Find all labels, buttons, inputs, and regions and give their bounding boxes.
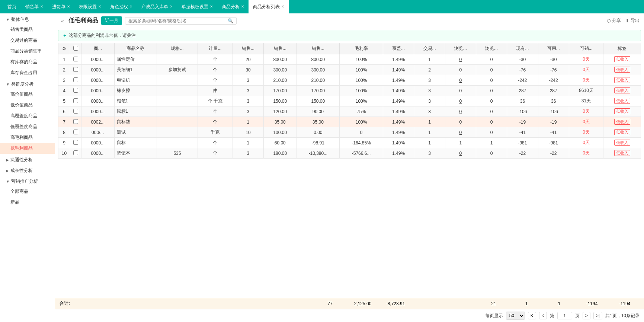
row-browse1[interactable]: 0 xyxy=(445,106,476,117)
table-row: 3 0000... 电话机 个 3 210.00 210.00 100% 1.4… xyxy=(58,75,641,86)
row-spec xyxy=(157,96,198,106)
row-checkbox-cell[interactable] xyxy=(70,65,81,75)
row-checkbox[interactable] xyxy=(73,109,78,114)
sidebar-section-marketing[interactable]: ▼ 营销推广分析 xyxy=(0,175,55,186)
nav-template-settings[interactable]: 单据模板设置 ✕ xyxy=(177,0,217,13)
per-page-select[interactable]: 50 100 200 xyxy=(506,312,525,320)
row-stock1: -106 xyxy=(507,106,538,117)
nav-role-auth[interactable]: 角色授权 ✕ xyxy=(106,0,137,13)
prev-page-button[interactable]: < xyxy=(539,312,547,319)
col-checkbox[interactable] xyxy=(70,43,81,54)
close-icon[interactable]: ✕ xyxy=(40,0,43,13)
search-input[interactable] xyxy=(128,18,228,23)
row-checkbox-cell[interactable] xyxy=(70,106,81,117)
row-browse1[interactable]: 0 xyxy=(445,148,476,159)
row-checkbox[interactable] xyxy=(73,130,78,134)
row-coverage: 1.49% xyxy=(383,127,414,138)
search-icon[interactable]: 🔍 xyxy=(228,18,233,23)
close-icon[interactable]: ✕ xyxy=(281,0,284,13)
row-stock1: -981 xyxy=(507,138,538,148)
row-browse1[interactable]: 0 xyxy=(445,86,476,96)
row-trade: 1 xyxy=(414,117,445,127)
page-number-input[interactable] xyxy=(557,312,572,319)
row-browse1[interactable]: 0 xyxy=(445,117,476,127)
row-sales3: 0.00 xyxy=(297,127,340,138)
filter-recent-month-button[interactable]: 近一月 xyxy=(101,16,122,25)
row-checkbox[interactable] xyxy=(73,57,78,61)
close-icon[interactable]: ✕ xyxy=(241,0,244,13)
row-checkbox[interactable] xyxy=(73,77,78,82)
next-page-button[interactable]: > xyxy=(583,312,590,319)
row-checkbox-cell[interactable] xyxy=(70,148,81,159)
row-checkbox[interactable] xyxy=(73,88,78,93)
sidebar-item-high-value[interactable]: 高价值商品 xyxy=(0,89,55,100)
sidebar-item-all-goods[interactable]: 全部商品 xyxy=(0,186,55,197)
row-checkbox-cell[interactable] xyxy=(70,117,81,127)
sidebar-item-stock-capital[interactable]: 库存资金占用 xyxy=(0,67,55,78)
sidebar-item-new-goods[interactable]: 新品 xyxy=(0,197,55,208)
footer-browse1-total: 1 xyxy=(512,301,541,306)
close-icon[interactable]: ✕ xyxy=(67,0,70,13)
close-icon[interactable]: ✕ xyxy=(170,0,173,13)
sidebar-item-category-sales-rate[interactable]: 商品分类销售率 xyxy=(0,46,55,57)
row-checkbox-cell[interactable] xyxy=(70,86,81,96)
sidebar-section-growth[interactable]: ▶ 成长性分析 xyxy=(0,165,55,175)
sidebar-item-low-coverage[interactable]: 低覆盖度商品 xyxy=(0,121,55,132)
row-browse1[interactable]: 0 xyxy=(445,96,476,106)
row-checkbox-cell[interactable] xyxy=(70,54,81,65)
row-checkbox[interactable] xyxy=(73,150,78,155)
nav-sales-order[interactable]: 销货单 ✕ xyxy=(21,0,48,13)
nav-permissions[interactable]: 权限设置 ✕ xyxy=(74,0,106,13)
row-checkbox-cell[interactable] xyxy=(70,138,81,148)
sidebar-item-stocked-goods[interactable]: 有库存的商品 xyxy=(0,57,55,67)
row-browse1[interactable]: 0 xyxy=(445,127,476,138)
nav-goods-analysis[interactable]: 商品分析 ✕ xyxy=(217,0,249,13)
row-tag: 低收入 xyxy=(603,106,641,117)
close-icon[interactable]: ✕ xyxy=(98,0,101,13)
nav-product-inbound[interactable]: 产成品入库单 ✕ xyxy=(137,0,177,13)
row-tag: 低收入 xyxy=(603,127,641,138)
row-checkbox[interactable] xyxy=(73,67,78,72)
sidebar-section-cluster[interactable]: ▼ 类群度分析 xyxy=(0,78,55,89)
table-row: 9 0000... 鼠标 个 1 60.00 -98.91 -164.85% 1… xyxy=(58,138,641,148)
export-button[interactable]: ⬆ 导出 xyxy=(625,17,640,24)
row-browse1[interactable]: 0 xyxy=(445,65,476,75)
sidebar-collapse-button[interactable]: « xyxy=(60,18,65,24)
row-stock2: -30 xyxy=(538,54,569,65)
table-container[interactable]: ⚙ 商... 商品名称 规格... 计量... 销售... 销售... 销售..… xyxy=(55,43,644,298)
row-browse1[interactable]: 0 xyxy=(445,75,476,86)
row-browse2: 0 xyxy=(476,117,507,127)
first-page-button[interactable]: K xyxy=(528,312,536,319)
row-sales3: 90.00 xyxy=(297,106,340,117)
sidebar-item-sales-goods[interactable]: 销售类商品 xyxy=(0,24,55,35)
row-checkbox-cell[interactable] xyxy=(70,75,81,86)
row-checkbox[interactable] xyxy=(73,119,78,124)
sidebar-section-overall[interactable]: ▼ 整体信息 xyxy=(0,13,55,24)
share-button[interactable]: ⬡ 分享 xyxy=(607,17,621,24)
row-browse1[interactable]: 0 xyxy=(445,54,476,65)
sidebar-item-high-margin[interactable]: 高毛利商品 xyxy=(0,132,55,143)
main-layout: ▼ 整体信息 销售类商品 交易过的商品 商品分类销售率 有库存的商品 库存资金占… xyxy=(0,13,644,322)
col-settings[interactable]: ⚙ xyxy=(58,43,70,54)
nav-goods-analysis-list[interactable]: 商品分析列表 ✕ xyxy=(249,0,289,13)
row-checkbox-cell[interactable] xyxy=(70,127,81,138)
nav-purchase-order[interactable]: 进货单 ✕ xyxy=(48,0,74,13)
close-icon[interactable]: ✕ xyxy=(129,0,132,13)
sidebar-item-traded-goods[interactable]: 交易过的商品 xyxy=(0,35,55,46)
row-checkbox[interactable] xyxy=(73,140,78,145)
row-checkbox-cell[interactable] xyxy=(70,96,81,106)
select-all-checkbox[interactable] xyxy=(73,46,78,51)
row-checkbox[interactable] xyxy=(73,98,78,103)
row-sales2: 35.00 xyxy=(264,117,297,127)
sidebar-item-low-value[interactable]: 低价值商品 xyxy=(0,100,55,111)
last-page-button[interactable]: >| xyxy=(593,312,602,319)
nav-home[interactable]: 首页 xyxy=(3,0,21,13)
sidebar-item-low-margin[interactable]: 低毛利商品 xyxy=(0,143,55,154)
row-sales3: 210.00 xyxy=(297,75,340,86)
row-trade: 3 xyxy=(414,86,445,96)
row-browse1[interactable]: 1 xyxy=(445,138,476,148)
sidebar-item-high-coverage[interactable]: 高覆盖度商品 xyxy=(0,111,55,121)
close-icon[interactable]: ✕ xyxy=(210,0,213,13)
row-trade: 2 xyxy=(414,65,445,75)
sidebar-section-liquidity[interactable]: ▶ 流通性分析 xyxy=(0,154,55,165)
